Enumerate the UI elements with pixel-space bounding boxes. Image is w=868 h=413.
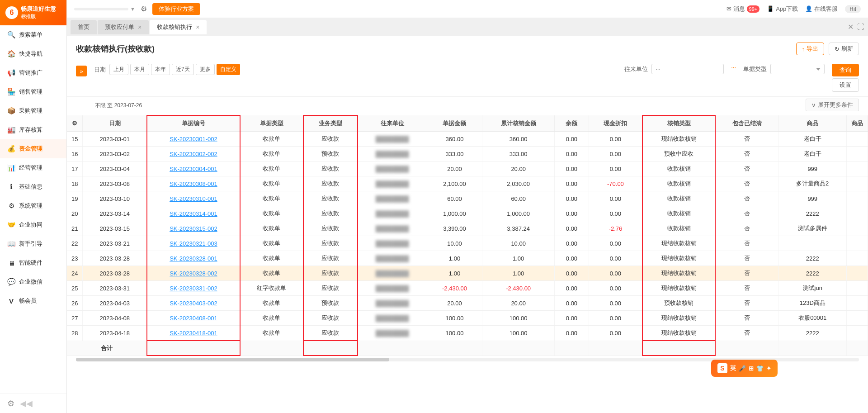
sidebar-item-cooperation[interactable]: 🤝 企业协同: [0, 215, 66, 234]
close-all-icon[interactable]: ✕: [848, 23, 854, 31]
cell-product2: [847, 191, 868, 206]
table-container[interactable]: ⚙ 日期 单据编号 单据类型 业务类型 往来单位 单据金额 累计核销金额 余额 …: [67, 115, 868, 413]
col-doctype: 单据类型: [240, 115, 303, 132]
sidebar-item-label: 基础信息: [19, 183, 42, 191]
cell-writeoff-amount: 100.00: [482, 311, 555, 326]
doc-link[interactable]: SK-20230328-002: [170, 270, 217, 277]
sidebar-item-purchase[interactable]: 📦 采购管理: [0, 101, 66, 120]
filter-more-dots[interactable]: ···: [731, 64, 736, 71]
settings-icon[interactable]: ⚙: [7, 399, 14, 408]
doc-link[interactable]: SK-20230301-002: [170, 136, 217, 142]
doc-link[interactable]: SK-20230418-001: [170, 330, 217, 337]
query-button[interactable]: 查询: [832, 64, 859, 76]
cell-doctype: 收款单: [240, 251, 303, 266]
cell-amount: 3,390.00: [427, 221, 482, 236]
tab-writeoff[interactable]: 收款核销执行 ×: [150, 20, 207, 34]
doc-link[interactable]: SK-20230302-002: [170, 151, 217, 157]
col-product1: 商品: [778, 115, 847, 132]
doc-link[interactable]: SK-20230310-001: [170, 195, 217, 202]
custom-date-btn[interactable]: 自定义: [217, 64, 240, 75]
gear-icon[interactable]: ⚙: [141, 5, 147, 13]
customer-input[interactable]: [651, 64, 724, 74]
tab-home[interactable]: 首页: [71, 20, 97, 34]
doc-link[interactable]: SK-20230308-001: [170, 180, 217, 187]
store-selector[interactable]: ▼: [74, 6, 135, 12]
cell-partner: ████████: [358, 147, 427, 161]
sidebar-item-member[interactable]: V 畅会员: [0, 291, 66, 310]
online-service-button[interactable]: 👤 在线客服: [805, 5, 838, 13]
filter-expand-button[interactable]: »: [76, 66, 87, 76]
sidebar-item-guide[interactable]: 📖 新手引导: [0, 234, 66, 253]
last-month-btn[interactable]: 上月: [109, 64, 128, 75]
cell-product2: [847, 176, 868, 191]
export-button[interactable]: ↑ 导出: [796, 43, 825, 55]
cell-balance: 0.00: [555, 206, 589, 221]
sidebar-item-base[interactable]: ℹ 基础信息: [0, 177, 66, 196]
cell-docno: SK-20230308-001: [147, 176, 240, 191]
sidebar-item-system[interactable]: ⚙ 系统管理: [0, 196, 66, 215]
more-date-btn[interactable]: 更多: [196, 64, 215, 75]
summary-balance: [555, 341, 589, 356]
filter-action-buttons: 查询 设置: [832, 64, 859, 92]
table-scrollbar[interactable]: [76, 358, 859, 361]
sidebar-item-sales[interactable]: 🏪 销售管理: [0, 82, 66, 101]
sidebar-item-hardware[interactable]: 🖥 智能硬件: [0, 253, 66, 272]
doc-link[interactable]: SK-20230314-001: [170, 210, 217, 217]
sidebar-item-label: 采购管理: [19, 107, 42, 115]
cell-product2: [847, 147, 868, 161]
cell-no: 15: [67, 132, 83, 147]
date-buttons: 上月 本月 本年 近7天 更多 自定义: [109, 64, 240, 75]
cell-product2: [847, 281, 868, 296]
cell-product2: [847, 326, 868, 341]
user-name[interactable]: Rit: [845, 5, 861, 13]
this-year-btn[interactable]: 本年: [151, 64, 170, 75]
cell-product1: 衣服00001: [778, 311, 847, 326]
cell-biztype: 应收款: [303, 132, 357, 147]
sidebar-item-wechat[interactable]: 💬 企业微信: [0, 272, 66, 291]
summary-biztype: [303, 341, 357, 356]
table-row: 20 2023-03-14 SK-20230314-001 收款单 应收款 ██…: [67, 206, 868, 221]
app-download-button[interactable]: 📱 App下载: [767, 5, 798, 13]
doc-link[interactable]: SK-20230315-002: [170, 225, 217, 232]
cell-product2: [847, 311, 868, 326]
column-settings[interactable]: ⚙: [67, 115, 83, 132]
tab-close-icon[interactable]: ×: [196, 24, 199, 31]
doctype-select[interactable]: 收款单 红字收款单: [770, 64, 825, 74]
sidebar-item-quicknav[interactable]: 🏠 快捷导航: [0, 44, 66, 63]
trial-button[interactable]: 体验行业方案: [152, 3, 200, 15]
sidebar-item-label: 资金管理: [19, 145, 42, 153]
table-row: 28 2023-04-18 SK-20230418-001 收款单 应收款 ██…: [67, 326, 868, 341]
cell-no: 19: [67, 191, 83, 206]
sidebar-item-finance[interactable]: 💰 资金管理: [0, 139, 66, 158]
refresh-button[interactable]: ↻ 刷新: [829, 43, 859, 55]
col-included: 包含已结清: [715, 115, 778, 132]
doc-link[interactable]: SK-20230331-002: [170, 285, 217, 292]
last-7days-btn[interactable]: 近7天: [172, 64, 194, 75]
tab-close-icon[interactable]: ×: [138, 24, 142, 31]
doc-link[interactable]: SK-20230321-003: [170, 240, 217, 247]
this-month-btn[interactable]: 本月: [130, 64, 149, 75]
cell-biztype: 应收款: [303, 311, 357, 326]
filter-settings-button[interactable]: 设置: [832, 78, 859, 92]
inventory-icon: 🏭: [7, 126, 15, 134]
cell-partner: ████████: [358, 281, 427, 296]
cell-writeoff-type: 收款核销: [642, 206, 715, 221]
doc-link[interactable]: SK-20230304-001: [170, 166, 217, 172]
sidebar-item-inventory[interactable]: 🏭 库存核算: [0, 120, 66, 139]
tab-label: 收款核销执行: [157, 23, 192, 31]
doc-link[interactable]: SK-20230408-001: [170, 315, 217, 322]
cell-product1: 2222: [778, 326, 847, 341]
collapse-icon[interactable]: ◀◀: [20, 399, 33, 408]
expand-more-button[interactable]: ∨ 展开更多条件: [806, 99, 859, 111]
sidebar-item-search[interactable]: 🔍 搜索菜单: [0, 25, 66, 44]
doc-link[interactable]: SK-20230328-001: [170, 255, 217, 262]
tab-receivable[interactable]: 预收应付单 ×: [98, 20, 149, 34]
doc-link[interactable]: SK-20230403-002: [170, 300, 217, 307]
messages-button[interactable]: ✉ 消息 99+: [726, 5, 760, 13]
sidebar-item-operations[interactable]: 📊 经营管理: [0, 158, 66, 177]
cell-doctype: 收款单: [240, 221, 303, 236]
dropdown-arrow-icon: ▼: [130, 6, 135, 12]
summary-doctype: [240, 341, 303, 356]
expand-icon[interactable]: ⛶: [857, 23, 864, 31]
sidebar-item-marketing[interactable]: 📢 营销推广: [0, 63, 66, 82]
